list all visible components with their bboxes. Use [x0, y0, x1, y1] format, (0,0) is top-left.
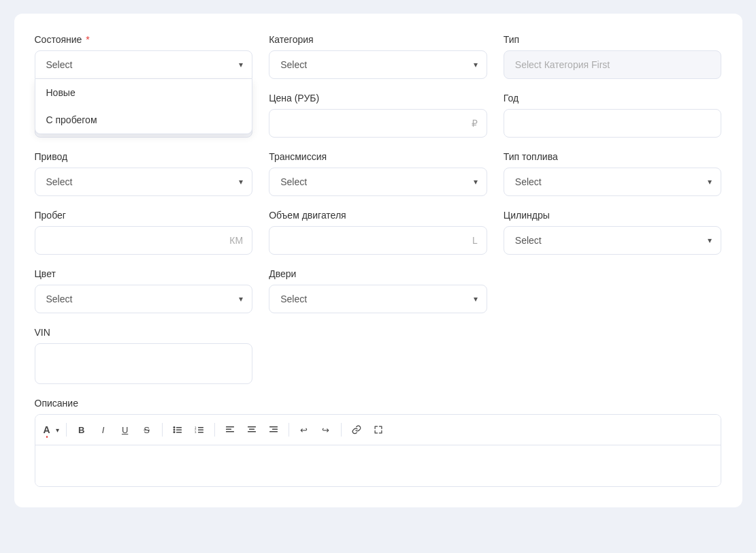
tip-label: Тип — [504, 34, 722, 45]
tsvet-wrapper: Select ▾ — [35, 285, 253, 313]
obem-label: Объем двигателя — [269, 210, 487, 221]
editor-toolbar: A ▾ B I U S 1.2.3. — [35, 415, 721, 445]
kategoriya-wrapper: Select ▾ — [269, 50, 487, 79]
svg-rect-15 — [248, 426, 256, 428]
form-container: Состояние * Select ▾ Новые С пробегом Ка… — [14, 14, 742, 507]
font-color-dropdown[interactable]: ▾ — [54, 426, 61, 434]
probeg-label: Пробег — [35, 210, 253, 221]
redo-button[interactable]: ↪ — [316, 420, 335, 439]
opisanie-group: Описание A ▾ B I U S — [35, 398, 722, 487]
undo-button[interactable]: ↩ — [295, 420, 314, 439]
strikethrough-button[interactable]: S — [137, 420, 157, 439]
sostoyanie-select[interactable]: Select ▾ — [35, 50, 253, 79]
tsilitndry-label: Цилиндры — [504, 210, 722, 221]
sostoyanie-label: Состояние * — [35, 34, 253, 45]
separator-1 — [66, 423, 67, 437]
god-label: Год — [504, 93, 722, 104]
god-input[interactable] — [504, 109, 722, 138]
bold-button[interactable]: B — [72, 420, 91, 439]
dveri-select[interactable]: Select — [269, 285, 487, 313]
vin-input[interactable] — [35, 343, 253, 384]
svg-rect-19 — [272, 429, 278, 430]
kategoriya-label: Категория — [269, 34, 487, 45]
tsilitndry-select[interactable]: Select — [504, 226, 722, 255]
tip-topliva-group: Тип топлива Select ▾ — [504, 151, 722, 196]
align-left-button[interactable] — [220, 420, 240, 439]
italic-button[interactable]: I — [94, 420, 113, 439]
required-indicator: * — [83, 34, 89, 45]
vin-label: VIN — [35, 327, 253, 338]
tip-group: Тип Select Категория First — [504, 34, 722, 79]
svg-rect-9 — [198, 430, 203, 431]
svg-rect-14 — [226, 431, 234, 432]
tsvet-select[interactable]: Select — [35, 285, 253, 313]
sostoyanie-group: Состояние * Select ▾ Новые С пробегом — [35, 34, 253, 79]
probeg-input[interactable] — [35, 226, 253, 255]
svg-rect-16 — [249, 429, 254, 430]
transmissiya-select[interactable]: Select — [269, 168, 487, 196]
separator-2 — [162, 423, 163, 437]
bullet-list-button[interactable] — [168, 420, 187, 439]
privod-wrapper: Select ▾ — [35, 168, 253, 196]
obem-input[interactable] — [269, 226, 487, 255]
svg-rect-20 — [269, 431, 278, 432]
cena-group: Цена (РУБ) ₽ — [269, 93, 487, 138]
font-color-button[interactable]: A — [42, 420, 52, 439]
editor-container: A ▾ B I U S 1.2.3. — [35, 414, 722, 487]
separator-5 — [341, 423, 342, 437]
cena-wrapper: ₽ — [269, 109, 487, 138]
transmissiya-wrapper: Select ▾ — [269, 168, 487, 196]
kategoriya-group: Категория Select ▾ — [269, 34, 487, 79]
svg-rect-17 — [248, 431, 256, 432]
probeg-wrapper: КМ — [35, 226, 253, 255]
underline-button[interactable]: U — [116, 420, 135, 439]
probeg-group: Пробег КМ — [35, 210, 253, 255]
privod-select[interactable]: Select — [35, 168, 253, 196]
transmissiya-label: Трансмиссия — [269, 151, 487, 162]
cena-input[interactable] — [269, 109, 487, 138]
god-group: Год — [504, 93, 722, 138]
svg-point-4 — [173, 431, 175, 433]
font-color-bar — [46, 436, 48, 438]
svg-rect-18 — [269, 426, 278, 428]
svg-rect-1 — [176, 427, 182, 428]
sostoyanie-wrapper: Select ▾ Новые С пробегом — [35, 50, 253, 79]
svg-rect-11 — [198, 432, 203, 433]
option-novye[interactable]: Новые — [35, 79, 252, 106]
form-grid: Состояние * Select ▾ Новые С пробегом Ка… — [35, 34, 722, 487]
svg-point-0 — [173, 426, 175, 428]
tip-topliva-wrapper: Select ▾ — [504, 168, 722, 196]
svg-text:3.: 3. — [195, 430, 197, 434]
tip-topliva-select[interactable]: Select — [504, 168, 722, 196]
privod-label: Привод — [35, 151, 253, 162]
kategoriya-select[interactable]: Select — [269, 50, 487, 79]
tsilitndry-wrapper: Select ▾ — [504, 226, 722, 255]
align-right-button[interactable] — [264, 420, 283, 439]
align-center-button[interactable] — [242, 420, 261, 439]
dveri-wrapper: Select ▾ — [269, 285, 487, 313]
numbered-list-button[interactable]: 1.2.3. — [190, 420, 209, 439]
tsvet-group: Цвет Select ▾ — [35, 268, 253, 313]
svg-rect-13 — [226, 429, 231, 430]
opisanie-label: Описание — [35, 398, 722, 409]
option-s-probegom[interactable]: С пробегом — [35, 106, 252, 133]
dveri-label: Двери — [269, 268, 487, 279]
svg-rect-3 — [176, 430, 182, 431]
tsvet-label: Цвет — [35, 268, 253, 279]
privod-group: Привод Select ▾ — [35, 151, 253, 196]
link-button[interactable] — [347, 420, 366, 439]
editor-body[interactable] — [35, 445, 721, 486]
vin-group: VIN — [35, 327, 253, 384]
fullscreen-button[interactable] — [369, 420, 388, 439]
tsilitndry-group: Цилиндры Select ▾ — [504, 210, 722, 255]
obem-group: Объем двигателя L — [269, 210, 487, 255]
svg-rect-5 — [176, 432, 182, 433]
transmissiya-group: Трансмиссия Select ▾ — [269, 151, 487, 196]
svg-rect-12 — [226, 426, 234, 428]
separator-3 — [214, 423, 215, 437]
svg-point-2 — [173, 429, 175, 431]
tip-topliva-label: Тип топлива — [504, 151, 722, 162]
tip-field: Select Категория First — [504, 50, 722, 79]
cena-label: Цена (РУБ) — [269, 93, 487, 104]
dveri-group: Двери Select ▾ — [269, 268, 487, 313]
